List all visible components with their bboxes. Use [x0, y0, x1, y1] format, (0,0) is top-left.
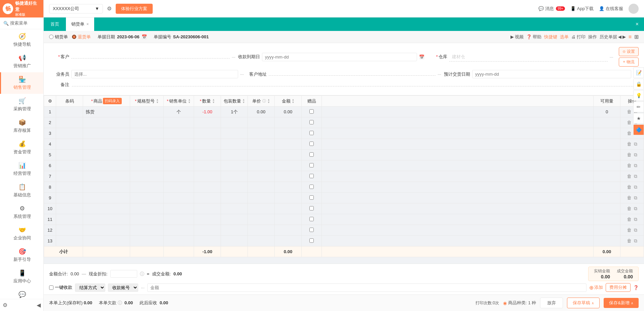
delete-row-icon[interactable]: 🗑	[627, 152, 632, 157]
settings-button[interactable]: ⊙ 设置	[619, 47, 639, 56]
delete-row-icon[interactable]: 🗑	[627, 227, 632, 233]
cell-unit[interactable]	[164, 160, 194, 171]
cell-amount[interactable]	[275, 171, 302, 182]
cell-barcode[interactable]	[56, 150, 83, 160]
history-nav-next[interactable]: ▶	[622, 34, 626, 39]
cell-qty[interactable]: -1.00	[194, 107, 221, 117]
right-panel-star[interactable]: ★	[633, 113, 644, 124]
cell-qty[interactable]	[194, 193, 221, 203]
cell-pack[interactable]	[221, 139, 248, 150]
cell-amount[interactable]	[275, 150, 302, 160]
cell-barcode[interactable]	[56, 171, 83, 182]
cell-unit[interactable]	[164, 225, 194, 236]
settlement-method-select[interactable]: 结算方式	[75, 283, 105, 292]
debt-info-icon[interactable]: ⓘ	[118, 300, 122, 305]
due-date-calendar-icon[interactable]: 📅	[419, 54, 424, 60]
cell-gift[interactable]	[302, 107, 322, 117]
cell-barcode[interactable]	[56, 139, 83, 150]
cell-pack[interactable]	[221, 193, 248, 203]
cell-gift[interactable]	[302, 139, 322, 150]
cell-pack[interactable]	[221, 171, 248, 182]
delete-row-icon[interactable]: 🗑	[627, 217, 632, 222]
delete-row-icon[interactable]: 🗑	[627, 238, 632, 243]
customer-ellipsis[interactable]: ···	[232, 54, 235, 60]
layout-grid-btn[interactable]: ⊞	[634, 34, 639, 40]
app-download-button[interactable]: 📱 App下载	[570, 6, 594, 12]
cell-unit[interactable]	[164, 193, 194, 203]
save-new-button[interactable]: 保存&新增 ∧	[604, 298, 639, 308]
tab-sales-order[interactable]: 销货单 ×	[66, 17, 94, 31]
cell-pack[interactable]: 1个	[221, 107, 248, 117]
logistics-button[interactable]: + 物流	[619, 57, 639, 67]
cell-pack[interactable]	[221, 150, 248, 160]
cell-spec[interactable]	[130, 182, 164, 193]
cell-qty[interactable]	[194, 225, 221, 236]
cell-pack[interactable]	[221, 117, 248, 128]
avatar[interactable]	[629, 4, 639, 14]
cell-qty[interactable]	[194, 150, 221, 160]
cell-price[interactable]	[248, 236, 275, 246]
message-button[interactable]: 💬 消息 99+	[538, 6, 565, 12]
cell-unit[interactable]	[164, 117, 194, 128]
sidebar-item-marketing[interactable]: 📢 营销推广	[0, 51, 43, 72]
cell-qty[interactable]	[194, 139, 221, 150]
copy-row-icon[interactable]: ⧉	[634, 173, 637, 179]
right-panel-lock[interactable]: 🔒	[633, 79, 644, 89]
copy-row-icon[interactable]: ⧉	[634, 141, 637, 147]
cell-pack[interactable]	[221, 160, 248, 171]
sidebar-item-system[interactable]: ⚙ 系统管理	[0, 201, 43, 223]
cell-product[interactable]: 拣货	[83, 107, 130, 117]
cell-gift[interactable]	[302, 182, 322, 193]
radio-sales-order[interactable]: 销货单	[49, 34, 68, 40]
cell-qty[interactable]	[194, 160, 221, 171]
cell-amount[interactable]	[275, 193, 302, 203]
delete-row-icon[interactable]: 🗑	[627, 141, 632, 147]
sidebar-item-operations[interactable]: 📊 经营管理	[0, 158, 43, 180]
account-select[interactable]: 收款账号	[108, 283, 138, 292]
history-nav-prev[interactable]: ◀	[618, 34, 621, 39]
cell-pack[interactable]	[221, 182, 248, 193]
cell-gift[interactable]	[302, 171, 322, 182]
sidebar-item-guide[interactable]: 🎯 新手引导	[0, 244, 43, 266]
remark-input[interactable]	[72, 83, 639, 86]
close-all-tabs[interactable]: ×	[630, 21, 644, 27]
cell-spec[interactable]	[130, 117, 164, 128]
tab-close-icon[interactable]: ×	[86, 22, 89, 27]
cell-gift[interactable]	[302, 117, 322, 128]
cell-barcode[interactable]	[56, 160, 83, 171]
cell-unit[interactable]	[164, 214, 194, 225]
cell-price[interactable]: 0.00	[248, 107, 275, 117]
sidebar-item-finance[interactable]: 💰 资金管理	[0, 137, 43, 158]
cell-unit[interactable]: 个	[164, 107, 194, 117]
cell-gift[interactable]	[302, 203, 322, 214]
cell-price[interactable]	[248, 117, 275, 128]
cell-barcode[interactable]	[56, 128, 83, 139]
operate-btn[interactable]: 操作	[588, 34, 597, 40]
cell-barcode[interactable]	[56, 225, 83, 236]
sidebar-item-sales[interactable]: 🏪 销售管理	[0, 72, 43, 94]
cell-amount[interactable]	[275, 139, 302, 150]
cell-gift[interactable]	[302, 193, 322, 203]
cell-amount[interactable]	[275, 128, 302, 139]
cell-pack[interactable]	[221, 214, 248, 225]
cell-barcode[interactable]	[56, 107, 83, 117]
cell-price[interactable]	[248, 182, 275, 193]
cell-product[interactable]	[83, 171, 130, 182]
cell-pack[interactable]	[221, 203, 248, 214]
tab-home[interactable]: 首页	[44, 17, 66, 31]
discard-button[interactable]: 放弃	[540, 298, 563, 308]
right-panel-active[interactable]: 🔷	[633, 124, 644, 135]
customer-input[interactable]	[71, 55, 230, 59]
cell-spec[interactable]	[130, 193, 164, 203]
cell-gift[interactable]	[302, 225, 322, 236]
cell-gift[interactable]	[302, 214, 322, 225]
cell-spec[interactable]	[130, 107, 164, 117]
cell-qty[interactable]	[194, 182, 221, 193]
th-gear[interactable]: ⚙	[44, 96, 56, 107]
right-panel-edit[interactable]: ✏	[633, 102, 644, 112]
cell-spec[interactable]	[130, 203, 164, 214]
cell-amount[interactable]	[275, 160, 302, 171]
expected-date-input[interactable]	[472, 70, 631, 78]
gear-column-icon[interactable]: ⚙	[48, 99, 52, 104]
cell-unit[interactable]	[164, 139, 194, 150]
